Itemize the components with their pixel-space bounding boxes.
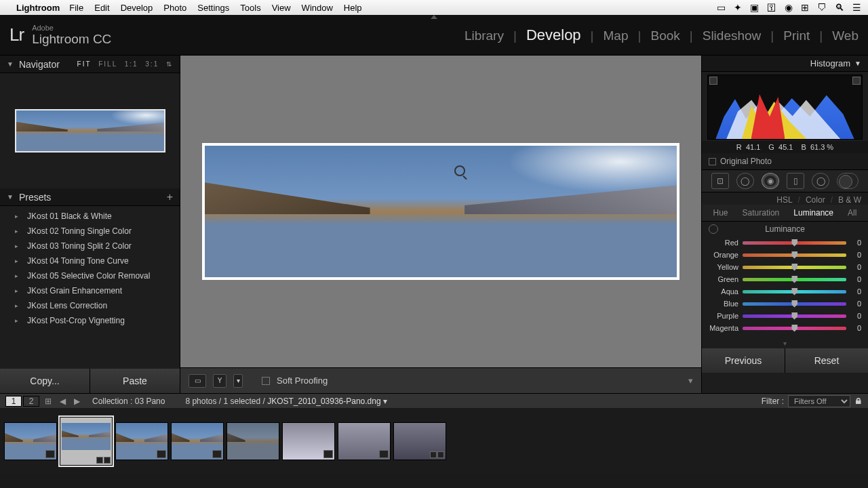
slider-aqua[interactable]: Aqua0 — [709, 285, 861, 298]
collection-breadcrumb[interactable]: Collection : 03 Pano — [92, 396, 165, 406]
module-library[interactable]: Library — [465, 28, 504, 43]
menu-settings[interactable]: Settings — [197, 3, 229, 13]
spotlight-icon[interactable]: 🔍︎ — [835, 2, 844, 13]
preset-item[interactable]: JKost 02 Toning Single Color — [0, 224, 180, 239]
preset-item[interactable]: JKost Lens Correction — [0, 298, 180, 313]
slider-track[interactable] — [743, 241, 846, 245]
view-tab-2[interactable]: 2 — [23, 396, 39, 407]
loupe-view-button[interactable]: ▭ — [189, 374, 206, 388]
grid-icon[interactable]: ⊞ — [801, 2, 809, 13]
slider-track[interactable] — [743, 327, 846, 330]
bw-tab[interactable]: B & W — [838, 195, 861, 205]
shadow-clip-icon[interactable] — [709, 77, 717, 85]
display-icon[interactable]: ▭ — [717, 2, 726, 13]
module-web[interactable]: Web — [832, 28, 859, 43]
filmstrip-thumb[interactable] — [4, 422, 57, 460]
zoom-stepper-icon[interactable]: ⇅ — [166, 60, 173, 68]
navigator-header[interactable]: ▼ Navigator FIT FILL 1:1 3:1 ⇅ — [0, 56, 180, 73]
slider-knob[interactable] — [791, 288, 797, 296]
filmstrip-thumb[interactable] — [338, 422, 391, 460]
preset-item[interactable]: JKost Grain Enhancement — [0, 283, 180, 298]
slider-track[interactable] — [743, 278, 846, 281]
paste-button[interactable]: Paste — [90, 369, 180, 393]
slider-orange[interactable]: Orange0 — [709, 249, 861, 261]
navigator-disclosure-icon[interactable]: ▼ — [7, 60, 14, 68]
soft-proof-checkbox[interactable] — [262, 377, 270, 385]
filmstrip-thumb[interactable] — [393, 422, 446, 460]
zoom-fill[interactable]: FILL — [98, 60, 117, 68]
slider-knob[interactable] — [791, 276, 797, 283]
zoom-3to1[interactable]: 3:1 — [145, 60, 159, 68]
slider-knob[interactable] — [791, 325, 797, 332]
spot-tool[interactable]: ◯ — [736, 173, 754, 189]
slider-knob[interactable] — [791, 264, 797, 271]
view-tab-1[interactable]: 1 — [5, 396, 22, 407]
menu-file[interactable]: File — [69, 3, 83, 13]
original-photo-checkbox[interactable] — [709, 158, 716, 165]
histogram-graph[interactable] — [707, 75, 863, 140]
radial-filter-tool[interactable]: ◯ — [812, 173, 829, 189]
module-book[interactable]: Book — [650, 28, 679, 43]
previous-button[interactable]: Previous — [702, 348, 785, 373]
slider-track[interactable] — [743, 314, 846, 318]
filmstrip-thumb[interactable] — [282, 422, 335, 460]
slider-blue[interactable]: Blue0 — [709, 298, 861, 310]
preset-item[interactable]: JKost 05 Selective Color Removal — [0, 268, 180, 283]
toolbar-options-button[interactable]: ▾ — [688, 375, 693, 386]
next-photo-icon[interactable]: ▶ — [74, 396, 80, 406]
app-name[interactable]: Lightroom — [16, 3, 60, 13]
main-photo[interactable] — [202, 143, 679, 280]
filmstrip-thumb[interactable] — [115, 422, 168, 460]
filmstrip-thumb[interactable] — [226, 422, 279, 460]
histogram-disclosure-icon[interactable]: ▼ — [854, 60, 861, 67]
hue-subtab[interactable]: Hue — [713, 208, 728, 218]
sat-subtab[interactable]: Saturation — [743, 208, 780, 218]
panel-overflow-icon[interactable]: ▾ — [702, 338, 868, 348]
key-icon[interactable]: ⚿ — [767, 2, 776, 13]
reset-button[interactable]: Reset — [785, 348, 868, 373]
module-print[interactable]: Print — [783, 28, 810, 43]
slider-red[interactable]: Red0 — [709, 237, 861, 249]
menu-window[interactable]: Window — [302, 3, 333, 13]
targeted-adjust-tool[interactable] — [709, 224, 718, 234]
list-icon[interactable]: ☰ — [852, 2, 861, 13]
slider-knob[interactable] — [791, 312, 797, 320]
slider-knob[interactable] — [791, 251, 797, 259]
panel-collapse-arrow[interactable] — [427, 15, 441, 20]
slider-track[interactable] — [743, 266, 846, 269]
preset-item[interactable]: JKost Post-Crop Vignetting — [0, 313, 180, 328]
slider-knob[interactable] — [791, 300, 797, 308]
evernote-icon[interactable]: ✦ — [734, 2, 742, 13]
brush-tool[interactable] — [837, 173, 859, 189]
filmstrip-thumb-selected[interactable] — [60, 417, 113, 466]
menu-edit[interactable]: Edit — [94, 3, 109, 13]
preset-item[interactable]: JKost 01 Black & White — [0, 209, 180, 224]
module-slideshow[interactable]: Slideshow — [703, 28, 762, 43]
navigator-preview[interactable] — [0, 73, 180, 188]
menu-help[interactable]: Help — [344, 3, 362, 13]
module-map[interactable]: Map — [604, 28, 629, 43]
module-develop[interactable]: Develop — [526, 26, 581, 44]
filter-lock-icon[interactable]: 🔒︎ — [854, 396, 863, 406]
menu-view[interactable]: View — [272, 3, 291, 13]
redeye-tool[interactable]: ◉ — [762, 173, 779, 189]
image-viewport[interactable] — [180, 56, 701, 367]
zoom-1to1[interactable]: 1:1 — [125, 60, 138, 68]
filter-select[interactable]: Filters Off — [788, 395, 850, 407]
slider-purple[interactable]: Purple0 — [709, 310, 861, 322]
menu-tools[interactable]: Tools — [240, 3, 260, 13]
lum-subtab[interactable]: Luminance — [793, 208, 833, 218]
all-subtab[interactable]: All — [848, 208, 856, 218]
copy-button[interactable]: Copy... — [0, 369, 90, 393]
presets-header[interactable]: ▼ Presets + — [0, 188, 180, 206]
slider-knob[interactable] — [791, 239, 797, 247]
filmstrip[interactable] — [0, 408, 868, 474]
shield-icon[interactable]: ⛉ — [817, 2, 827, 13]
preset-item[interactable]: JKost 04 Toning Tone Curve — [0, 253, 180, 268]
menu-develop[interactable]: Develop — [121, 3, 153, 13]
menu-photo[interactable]: Photo — [163, 3, 186, 13]
camera-icon[interactable]: ▣ — [750, 2, 759, 13]
before-after-button[interactable]: Y — [213, 374, 226, 388]
filmstrip-thumb[interactable] — [171, 422, 224, 460]
before-after-mode-button[interactable]: ▾ — [233, 374, 243, 388]
